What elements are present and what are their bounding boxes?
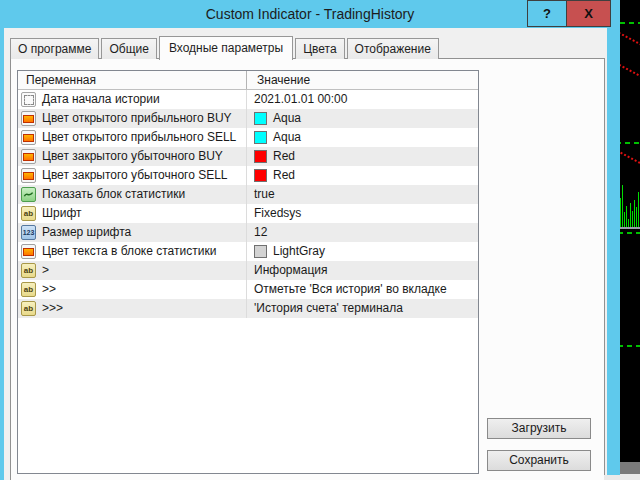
table-row[interactable]: Цвет текста в блоке статистики LightGray xyxy=(18,242,478,261)
string-icon: ab xyxy=(21,206,36,221)
color-swatch xyxy=(254,169,267,182)
string-icon: ab xyxy=(21,301,36,316)
table-row[interactable]: ab>>> 'История счета' терминала xyxy=(18,299,478,318)
tab-display[interactable]: Отображение xyxy=(347,38,439,59)
param-name: >>> xyxy=(42,299,63,318)
param-name: Показать блок статистики xyxy=(42,185,185,204)
tab-bar: О программе Общие Входные параметры Цвет… xyxy=(10,35,441,59)
param-value: Red xyxy=(273,166,295,185)
parameters-table: Переменная Значение Дата начала истории … xyxy=(17,70,479,474)
param-name: >> xyxy=(42,280,56,299)
table-row[interactable]: Показать блок статистики true xyxy=(18,185,478,204)
color-icon xyxy=(21,168,36,183)
number-icon: 123 xyxy=(21,225,36,240)
param-value: 12 xyxy=(254,223,267,242)
color-swatch xyxy=(254,150,267,163)
param-value: Отметьте 'Вся история' во вкладке xyxy=(254,280,447,299)
table-row[interactable]: Цвет закрытого убыточного BUY Red xyxy=(18,147,478,166)
window-bottom-edge xyxy=(604,475,620,480)
tab-about[interactable]: О программе xyxy=(10,38,99,59)
param-value: Fixedsys xyxy=(254,204,301,223)
param-name: Размер шрифта xyxy=(42,223,131,242)
table-body: Дата начала истории 2021.01.01 00:00 Цве… xyxy=(18,90,478,318)
param-value: Aqua xyxy=(273,109,301,128)
column-header-value: Значение xyxy=(247,71,478,89)
table-header: Переменная Значение xyxy=(18,71,478,90)
table-row[interactable]: Цвет открытого прибыльного BUY Aqua xyxy=(18,109,478,128)
chart-green-dash xyxy=(618,345,640,347)
param-value: Информация xyxy=(254,261,327,280)
param-name: Цвет закрытого убыточного SELL xyxy=(42,166,228,185)
color-swatch xyxy=(254,245,267,258)
help-button[interactable]: ? xyxy=(527,0,567,27)
param-value: 'История счета' терминала xyxy=(254,299,403,318)
color-swatch xyxy=(254,112,267,125)
datetime-icon xyxy=(21,92,36,107)
table-row[interactable]: abШрифт Fixedsys xyxy=(18,204,478,223)
param-name: Цвет текста в блоке статистики xyxy=(42,242,216,261)
param-name: Шрифт xyxy=(42,204,81,223)
table-row[interactable]: Цвет закрытого убыточного SELL Red xyxy=(18,166,478,185)
table-row[interactable]: ab> Информация xyxy=(18,261,478,280)
window-title: Custom Indicator - TradingHistory xyxy=(206,6,415,22)
color-icon xyxy=(21,130,36,145)
table-row[interactable]: 123Размер шрифта 12 xyxy=(18,223,478,242)
table-row[interactable]: Цвет открытого прибыльного SELL Aqua xyxy=(18,128,478,147)
color-swatch xyxy=(254,131,267,144)
load-button[interactable]: Загрузить xyxy=(487,418,591,439)
param-name: Цвет открытого прибыльного SELL xyxy=(42,128,236,147)
table-row[interactable]: Дата начала истории 2021.01.01 00:00 xyxy=(18,90,478,109)
color-icon xyxy=(21,149,36,164)
chart-green-dash xyxy=(618,232,640,234)
param-value: Red xyxy=(273,147,295,166)
close-button[interactable]: X xyxy=(566,0,611,27)
param-name: Цвет закрытого убыточного BUY xyxy=(42,147,223,166)
color-icon xyxy=(21,244,36,259)
param-name: > xyxy=(42,261,49,280)
tab-page-inputs: Переменная Значение Дата начала истории … xyxy=(10,58,605,480)
param-value: Aqua xyxy=(273,128,301,147)
param-name: Цвет открытого прибыльного BUY xyxy=(42,109,232,128)
param-value: LightGray xyxy=(273,242,325,261)
table-row[interactable]: ab>> Отметьте 'Вся история' во вкладке xyxy=(18,280,478,299)
tab-common[interactable]: Общие xyxy=(101,38,156,59)
tab-inputs[interactable]: Входные параметры xyxy=(159,36,293,60)
string-icon: ab xyxy=(21,282,36,297)
tab-colors[interactable]: Цвета xyxy=(295,38,344,59)
param-value: true xyxy=(254,185,275,204)
dialog-window: Custom Indicator - TradingHistory ? X О … xyxy=(0,0,620,480)
column-header-variable: Переменная xyxy=(18,71,247,89)
chart-volume-bars xyxy=(620,182,640,228)
save-button[interactable]: Сохранить xyxy=(487,450,591,471)
dialog-body: О программе Общие Входные параметры Цвет… xyxy=(4,28,607,480)
chart-green-dash xyxy=(620,22,640,24)
bool-icon xyxy=(21,187,36,202)
param-value: 2021.01.01 00:00 xyxy=(254,90,347,109)
color-icon xyxy=(21,111,36,126)
string-icon: ab xyxy=(21,263,36,278)
param-name: Дата начала истории xyxy=(42,90,160,109)
